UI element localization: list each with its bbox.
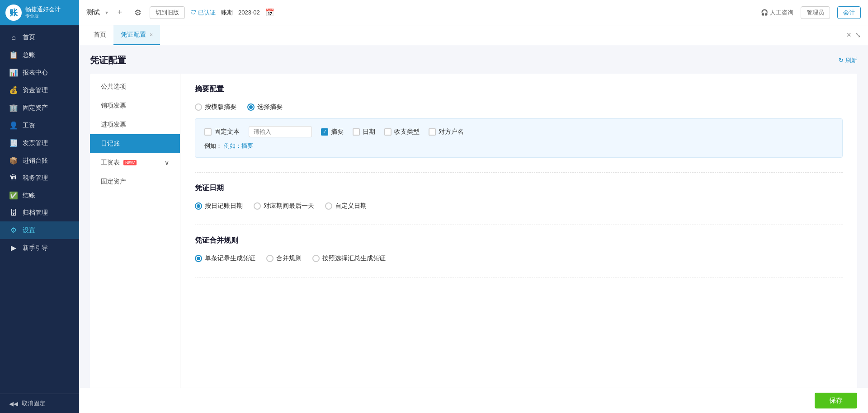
sidebar-item-asset[interactable]: 🏢 固定资产 [0,99,79,117]
asset-icon: 🏢 [9,103,18,112]
left-nav-purchase-invoice[interactable]: 进项发票 [90,115,180,134]
left-nav-sales-invoice[interactable]: 销项发票 [90,96,180,115]
invoice-icon: 🧾 [9,139,18,147]
voucher-date-radio-group: 按日记账日期 对应期间最后一天 自定义日期 [195,202,843,210]
left-nav-public[interactable]: 公共选项 [90,77,180,96]
window-expand-button[interactable]: ⤡ [855,31,861,39]
cancel-fixed-button[interactable]: ◀◀ 取消固定 [0,394,79,413]
radio-journal-date[interactable]: 按日记账日期 [195,202,243,210]
radio-select-merge-circle [312,255,320,262]
logo-text: 畅捷通好会计 [25,6,61,14]
summary-radio-group: 按模版摘要 选择摘要 [195,103,843,111]
divider-3 [195,277,843,277]
radio-single-record[interactable]: 单条记录生成凭证 [195,254,255,263]
sidebar-item-home[interactable]: ⌂ 首页 [0,29,79,46]
merge-rules-radio-group: 单条记录生成凭证 合并规则 按照选择汇总生成凭证 [195,254,843,263]
merge-rules-title: 凭证合并规则 [195,236,843,245]
sidebar-item-wage[interactable]: 👤 工资 [0,117,79,134]
voucher-date-title: 凭证日期 [195,183,843,193]
checkbox-date[interactable]: 日期 [353,128,375,136]
sidebar-item-guide[interactable]: ▶ 新手引导 [0,239,79,257]
tax-icon: 🏛 [9,174,18,182]
radio-single-record-dot [197,257,200,260]
refresh-button[interactable]: ↻ 刷新 [839,56,857,65]
config-layout: 公共选项 销项发票 进项发票 日记账 工资表 NEW ∨ [90,74,857,390]
divider-2 [195,225,843,225]
radio-merge-rule[interactable]: 合并规则 [266,254,302,263]
closing-icon: ✅ [9,191,18,200]
topbar-dropdown-icon[interactable]: ▾ [105,9,108,16]
topbar-period-value: 2023-02 [238,9,260,16]
sales-icon: 📦 [9,156,18,165]
topbar-title: 测试 [86,8,100,17]
window-close-button[interactable]: × [846,30,851,40]
sidebar-item-settings[interactable]: ⚙ 设置 [0,221,79,239]
checkbox-pay-type-box [384,128,392,136]
tab-voucher-config[interactable]: 凭证配置 × [113,25,160,45]
ledger-icon: 📋 [9,51,18,59]
summary-config-title: 摘要配置 [195,84,843,94]
sidebar-item-report[interactable]: 📊 报表中心 [0,64,79,81]
topbar-acct-button[interactable]: 会计 [837,6,861,19]
checkbox-pay-type[interactable]: 收支类型 [384,128,420,136]
topbar-verified: 🛡 已认证 [190,9,216,17]
sidebar-item-archive[interactable]: 🗄 归档管理 [0,204,79,221]
sidebar-item-ledger[interactable]: 📋 总账 [0,46,79,64]
sidebar-item-closing[interactable]: ✅ 结账 [0,187,79,204]
topbar-period-label: 账期 [221,9,233,17]
left-nav-payroll[interactable]: 工资表 NEW ∨ [90,153,180,172]
left-nav-journal[interactable]: 日记账 [90,134,180,153]
summary-checkbox-group: 固定文本 ✓ 摘要 日期 [204,126,833,137]
left-nav: 公共选项 销项发票 进项发票 日记账 工资表 NEW ∨ [90,74,180,390]
new-badge: NEW [123,160,137,165]
logo-sub: 专业版 [25,13,61,19]
topbar-settings-button[interactable]: ⚙ [132,6,144,19]
radio-select-summary[interactable]: 选择摘要 [247,103,283,111]
report-icon: 📊 [9,68,18,77]
section-voucher-date: 凭证日期 按日记账日期 对应期间最后一天 [195,183,843,210]
radio-template-summary[interactable]: 按模版摘要 [195,103,236,111]
sidebar-item-fund[interactable]: 💰 资金管理 [0,81,79,99]
logo-icon: 账 [5,5,22,21]
fund-icon: 💰 [9,86,18,94]
sidebar-item-sales[interactable]: 📦 进销台账 [0,152,79,169]
calendar-icon[interactable]: 📅 [265,8,274,17]
radio-custom-date[interactable]: 自定义日期 [325,202,367,210]
section-summary-config: 摘要配置 按模版摘要 选择摘要 [195,84,843,158]
sidebar-item-tax[interactable]: 🏛 税务管理 [0,169,79,187]
tabbar: 首页 凭证配置 × × ⤡ [79,25,868,45]
shield-icon: 🛡 [190,9,196,16]
checkbox-counterparty[interactable]: 对方户名 [429,128,464,136]
home-icon: ⌂ [9,33,18,42]
radio-template-circle [195,103,202,111]
radio-period-last-circle [254,202,261,210]
sidebar-item-invoice[interactable]: 🧾 发票管理 [0,134,79,152]
checkbox-fixed-text[interactable]: 固定文本 [204,128,240,136]
radio-period-last[interactable]: 对应期间最后一天 [254,202,314,210]
example-text: 例如： 例如：摘要 [204,142,833,150]
checkmark-icon: ✓ [323,129,327,135]
page-title-row: 凭证配置 ↻ 刷新 [90,54,857,66]
divider-1 [195,172,843,173]
tabbar-actions: × ⤡ [846,30,868,40]
tab-close-icon[interactable]: × [150,32,153,38]
settings-icon: ⚙ [9,226,18,235]
left-nav-fixed-asset[interactable]: 固定资产 [90,172,180,191]
radio-select-circle [247,103,255,111]
pin-icon: ◀◀ [9,400,18,407]
fixed-text-input[interactable] [249,126,312,137]
topbar-consult-button[interactable]: 🎧 人工咨询 [761,9,793,17]
topbar-add-button[interactable]: + [113,6,126,19]
guide-icon: ▶ [9,244,18,252]
refresh-icon: ↻ [839,57,844,64]
topbar-admin-button[interactable]: 管理员 [801,6,830,19]
tab-home[interactable]: 首页 [86,25,113,45]
topbar-switch-button[interactable]: 切到旧版 [150,6,185,19]
main-content: 凭证配置 ↻ 刷新 公共选项 销项发票 进项发票 日记账 [79,45,868,413]
save-button[interactable]: 保存 [815,393,857,408]
radio-select-merge[interactable]: 按照选择汇总生成凭证 [312,254,386,263]
radio-merge-rule-circle [266,255,274,262]
checkbox-date-box [353,128,360,136]
checkbox-summary[interactable]: ✓ 摘要 [321,128,344,136]
headset-icon: 🎧 [761,9,768,16]
